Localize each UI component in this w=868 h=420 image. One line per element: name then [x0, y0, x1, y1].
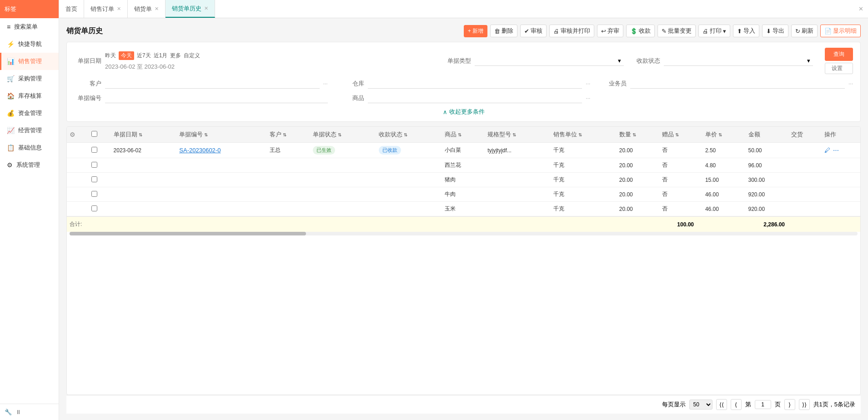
- filter-goods-input[interactable]: [368, 93, 582, 103]
- sidebar-item-quick-nav[interactable]: ⚡ 快捷导航: [0, 35, 59, 53]
- row-action-1[interactable]: [822, 158, 860, 173]
- row-doc-no-3[interactable]: [176, 187, 267, 202]
- shortcut-yesterday[interactable]: 昨天: [105, 52, 116, 60]
- refresh-button[interactable]: ↻ 刷新: [791, 25, 818, 37]
- filter-warehouse-input[interactable]: [368, 79, 582, 89]
- tab-home[interactable]: 首页: [59, 0, 84, 18]
- collapse-button[interactable]: ∧ 收起更多条件: [74, 108, 853, 116]
- col-gift-header[interactable]: 赠品 ⇅: [659, 127, 702, 143]
- tab-sales-history[interactable]: 销货单历史 ✕: [166, 0, 215, 18]
- row-checkbox-3[interactable]: [89, 187, 110, 202]
- col-goods-header[interactable]: 商品 ⇅: [442, 127, 485, 143]
- sidebar-item-finance-mgmt[interactable]: 💰 资金管理: [0, 105, 59, 122]
- sort-doc-status[interactable]: 单据状态 ⇅: [313, 130, 373, 139]
- filter-doc-no-input[interactable]: [105, 93, 328, 103]
- tab-sales-order-close[interactable]: ✕: [117, 6, 121, 12]
- row-doc-no-2[interactable]: [176, 173, 267, 187]
- sort-spec[interactable]: 规格型号 ⇅: [487, 130, 548, 139]
- col-doc-status-header[interactable]: 单据状态 ⇅: [310, 127, 376, 143]
- row-action-0[interactable]: 🖊⋯: [822, 143, 860, 158]
- tabs-close-all[interactable]: ✕: [858, 5, 868, 12]
- tab-sales-goods-close[interactable]: ✕: [155, 6, 159, 12]
- filter-doc-type-select[interactable]: ▾: [475, 56, 624, 66]
- row-action-4[interactable]: [822, 202, 860, 216]
- row-action-3[interactable]: [822, 187, 860, 202]
- filter-customer-input[interactable]: [105, 79, 320, 89]
- sidebar-item-inventory[interactable]: 🏠 库存核算: [0, 87, 59, 105]
- salesman-ellipsis[interactable]: ···: [848, 80, 853, 87]
- row-doc-no-1[interactable]: [176, 158, 267, 173]
- sort-unit[interactable]: 销售单位 ⇅: [553, 130, 614, 139]
- delete-button[interactable]: 🗑 删除: [490, 25, 517, 37]
- shortcut-today[interactable]: 今天: [119, 51, 134, 60]
- filter-salesman-input[interactable]: [630, 79, 845, 89]
- col-unit-price-header[interactable]: 单价 ⇅: [702, 127, 746, 143]
- sort-qty[interactable]: 数量 ⇅: [619, 130, 657, 139]
- settings-button[interactable]: 设置: [825, 63, 853, 74]
- sidebar-bottom-icon1[interactable]: 🔧: [5, 409, 12, 415]
- next-page-btn[interactable]: ⟩: [784, 399, 795, 410]
- new-button[interactable]: + 新增: [464, 25, 487, 37]
- col-settings-header[interactable]: ⚙: [67, 127, 89, 143]
- sort-unit-price[interactable]: 单价 ⇅: [705, 130, 743, 139]
- sort-doc-date[interactable]: 单据日期 ⇅: [114, 130, 174, 139]
- col-checkbox-header[interactable]: [89, 127, 110, 143]
- sidebar-bottom-icon2[interactable]: ⏸: [15, 409, 21, 415]
- sidebar-item-sales-mgmt[interactable]: 📊 销售管理: [0, 53, 59, 70]
- row-action-2[interactable]: [822, 173, 860, 187]
- print-button[interactable]: 🖨 打印 ▾: [698, 25, 730, 37]
- scrollbar-thumb[interactable]: [70, 232, 306, 235]
- col-qty-header[interactable]: 数量 ⇅: [617, 127, 660, 143]
- batch-change-button[interactable]: ✎ 批量变更: [657, 25, 696, 37]
- sidebar-item-search-menu[interactable]: ≡ 搜索菜单: [0, 18, 59, 35]
- tab-sales-goods[interactable]: 销货单 ✕: [128, 0, 166, 18]
- customer-ellipsis[interactable]: ···: [323, 80, 328, 87]
- export-button[interactable]: ⬇ 导出: [762, 25, 788, 37]
- import-button[interactable]: ⬆ 导入: [733, 25, 759, 37]
- sort-gift[interactable]: 赠品 ⇅: [662, 130, 700, 139]
- tab-sales-history-close[interactable]: ✕: [204, 5, 208, 11]
- query-button[interactable]: 查询: [825, 48, 853, 61]
- sidebar-item-basic-info[interactable]: 📋 基础信息: [0, 139, 59, 156]
- shortcut-more[interactable]: 更多: [170, 52, 181, 60]
- col-doc-date-header[interactable]: 单据日期 ⇅: [111, 127, 177, 143]
- row-doc-no-0[interactable]: SA-20230602-0: [176, 143, 267, 158]
- row-doc-no-4[interactable]: [176, 202, 267, 216]
- scrollbar-track[interactable]: [70, 232, 858, 235]
- sort-payment-status[interactable]: 收款状态 ⇅: [379, 130, 439, 139]
- select-all-checkbox[interactable]: [91, 131, 97, 137]
- sidebar-item-purchase-mgmt[interactable]: 🛒 采购管理: [0, 70, 59, 87]
- col-spec-header[interactable]: 规格型号 ⇅: [485, 127, 551, 143]
- collect-button[interactable]: 💲 收款: [626, 25, 655, 37]
- shortcut-7days[interactable]: 近7天: [137, 52, 151, 60]
- shortcut-1month[interactable]: 近1月: [154, 52, 168, 60]
- sort-customer[interactable]: 客户 ⇅: [270, 130, 307, 139]
- sidebar-item-ops-mgmt[interactable]: 📈 经营管理: [0, 122, 59, 139]
- audit-print-button[interactable]: 🖨 审核并打印: [549, 25, 594, 37]
- tab-sales-order[interactable]: 销售订单 ✕: [84, 0, 128, 18]
- col-unit-header[interactable]: 销售单位 ⇅: [551, 127, 617, 143]
- page-number-input[interactable]: 1: [755, 400, 771, 409]
- col-doc-no-header[interactable]: 单据编号 ⇅: [176, 127, 267, 143]
- filter-payment-select[interactable]: ▾: [664, 56, 813, 66]
- abandon-button[interactable]: ↩ 弃审: [597, 25, 623, 37]
- shortcut-custom[interactable]: 自定义: [184, 52, 200, 60]
- audit-button[interactable]: ✔ 审核: [520, 25, 547, 37]
- col-payment-status-header[interactable]: 收款状态 ⇅: [376, 127, 442, 143]
- last-page-btn[interactable]: ⟩⟩: [799, 399, 810, 410]
- sort-doc-no[interactable]: 单据编号 ⇅: [179, 130, 264, 139]
- row-checkbox-4[interactable]: [89, 202, 110, 216]
- row-checkbox-2[interactable]: [89, 173, 110, 187]
- row-checkbox-0[interactable]: [89, 143, 110, 158]
- warehouse-ellipsis[interactable]: ···: [586, 80, 590, 87]
- row-checkbox-1[interactable]: [89, 158, 110, 173]
- per-page-select[interactable]: 50 100: [689, 400, 712, 410]
- table-settings-icon[interactable]: ⚙: [70, 131, 75, 138]
- prev-page-btn[interactable]: ⟨: [731, 399, 742, 410]
- show-details-button[interactable]: 📄 显示明细: [820, 25, 861, 37]
- first-page-btn[interactable]: ⟨⟨: [716, 399, 727, 410]
- sort-goods[interactable]: 商品 ⇅: [445, 130, 482, 139]
- goods-ellipsis[interactable]: ···: [586, 95, 590, 101]
- sidebar-item-sys-mgmt[interactable]: ⚙ 系统管理: [0, 156, 59, 174]
- col-customer-header[interactable]: 客户 ⇅: [267, 127, 310, 143]
